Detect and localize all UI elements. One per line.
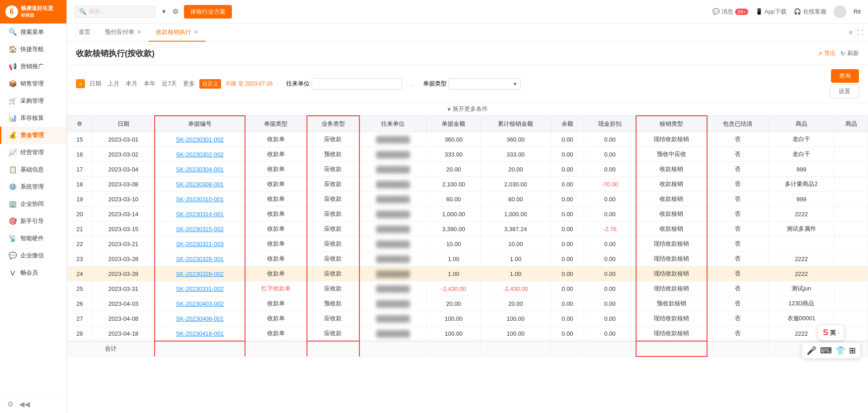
sidebar-item-quicknav[interactable]: 🏠 快捷导航	[0, 41, 66, 58]
cell-goods2	[835, 222, 868, 237]
tab-home[interactable]: 首页	[71, 24, 98, 42]
avatar[interactable]	[834, 5, 846, 18]
settings-bottom-icon[interactable]: ⚙	[7, 400, 14, 408]
cell-balance: 0.00	[551, 177, 584, 192]
date-custom-btn[interactable]: 自定义	[199, 79, 221, 89]
float-logo[interactable]: S 英 ·	[818, 325, 844, 341]
cell-bill-no[interactable]: SK-20230408-001	[155, 311, 245, 326]
date-btn-more[interactable]: 更多	[181, 79, 197, 89]
cell-bill-no[interactable]: SK-20230328-001	[155, 252, 245, 266]
cell-date: 2023-04-03	[92, 296, 155, 311]
query-btn[interactable]: 查询	[831, 69, 859, 83]
cell-bill-no[interactable]: SK-20230304-001	[155, 162, 245, 177]
cell-bill-no[interactable]: SK-20230301-002	[155, 132, 245, 147]
sidebar-item-basic[interactable]: 📋 基础信息	[0, 161, 66, 178]
sidebar-item-search[interactable]: 🔍 搜索菜单	[0, 24, 66, 41]
date-btn-last-month[interactable]: 上月	[106, 79, 121, 89]
cell-no: 23	[67, 252, 93, 266]
tab-close-all[interactable]: ✕	[848, 29, 854, 36]
date-btn-this-month[interactable]: 本月	[124, 79, 139, 89]
cell-no: 17	[67, 162, 93, 177]
settings-filter-btn[interactable]: 设置	[830, 85, 859, 98]
tab-prepay-close[interactable]: ✕	[137, 29, 142, 35]
refresh-btn[interactable]: ↻ 刷新	[840, 49, 859, 57]
cell-no: 21	[67, 222, 93, 237]
table-row[interactable]: 28 2023-04-18 SK-20230418-001 收款单 应收款 ██…	[67, 326, 868, 342]
table-row[interactable]: 23 2023-03-28 SK-20230328-001 收款单 应收款 ██…	[67, 252, 868, 266]
table-row[interactable]: 25 2023-03-31 SK-20230331-002 红字收款单 应收款 …	[67, 281, 868, 296]
export-btn[interactable]: ↗ 导出	[817, 49, 836, 57]
online-service-btn[interactable]: 🎧 在线客服	[794, 8, 826, 16]
cell-cash-discount: 0.00	[584, 326, 636, 342]
table-row[interactable]: 15 2023-03-01 SK-20230301-002 收款单 应收款 ██…	[67, 132, 868, 147]
sidebar-item-hardware[interactable]: 📡 智能硬件	[0, 230, 66, 247]
cell-goods2	[835, 147, 868, 162]
tab-expand[interactable]: ⛶	[857, 29, 863, 36]
sidebar-item-finance[interactable]: 💰 资金管理	[0, 127, 66, 144]
filter-expand-btn[interactable]: »	[76, 79, 85, 88]
date-btn-7days[interactable]: 近7天	[160, 79, 179, 89]
cell-bill-no[interactable]: SK-20230403-002	[155, 296, 245, 311]
table-row[interactable]: 16 2023-03-02 SK-20230302-002 收款单 预收款 ██…	[67, 147, 868, 162]
sidebar-item-member[interactable]: V 畅会员	[0, 264, 66, 281]
cell-bill-no[interactable]: SK-20230310-001	[155, 192, 245, 207]
cell-bill-no[interactable]: SK-20230321-003	[155, 237, 245, 252]
app-download-btn[interactable]: 📱 App下载	[755, 8, 787, 16]
cell-cash-discount: 0.00	[584, 311, 636, 326]
keyboard-icon[interactable]: ⌨	[820, 346, 832, 356]
sidebar-item-sales[interactable]: 📦 销售管理	[0, 75, 66, 92]
cell-balance: 0.00	[551, 192, 584, 207]
cell-unit: ████████	[359, 162, 427, 177]
table-row[interactable]: 18 2023-03-08 SK-20230308-001 收款单 应收款 ██…	[67, 177, 868, 192]
topbar-search[interactable]: 🔍 搜索...	[74, 5, 156, 18]
industry-btn[interactable]: 体验行业方案	[184, 5, 232, 19]
date-range: 不限 至 2023-07-26	[226, 80, 273, 88]
table-container[interactable]: ⚙ 日期 单据编号 单据类型 业务类型 往来单位 单据金额 累计核销金额 余额 …	[67, 115, 868, 413]
col-unit: 往来单位	[359, 116, 427, 132]
sidebar-item-weixin[interactable]: 💬 企业微信	[0, 247, 66, 264]
unit-input[interactable]	[311, 78, 402, 90]
bill-type-select[interactable]: ▾	[448, 78, 521, 90]
cell-bill-no[interactable]: SK-20230302-002	[155, 147, 245, 162]
cell-bill-no[interactable]: SK-20230315-002	[155, 222, 245, 237]
table-row[interactable]: 22 2023-03-21 SK-20230321-003 收款单 应收款 ██…	[67, 237, 868, 252]
collapse-icon[interactable]: ◀◀	[19, 400, 30, 408]
tab-receipt-close[interactable]: ✕	[194, 29, 198, 35]
col-include-settled: 包含已结清	[707, 116, 769, 132]
cell-goods: 老白干	[769, 147, 835, 162]
table-row[interactable]: 21 2023-03-15 SK-20230315-002 收款单 应收款 ██…	[67, 222, 868, 237]
sidebar-item-marketing[interactable]: 📢 营销推广	[0, 58, 66, 75]
cell-bill-no[interactable]: SK-20230314-001	[155, 207, 245, 222]
expand-conditions-row[interactable]: ▾ 展开更多条件	[67, 103, 868, 115]
message-btn[interactable]: 💬 消息 99+	[712, 8, 748, 16]
tab-receipt[interactable]: 收款核销执行 ✕	[149, 24, 206, 42]
sidebar-item-system[interactable]: ⚙️ 系统管理	[0, 178, 66, 195]
cell-bill-no[interactable]: SK-20230328-002	[155, 266, 245, 281]
table-row[interactable]: 27 2023-04-08 SK-20230408-001 收款单 应收款 ██…	[67, 311, 868, 326]
tab-prepay[interactable]: 预付应付单 ✕	[98, 24, 149, 42]
topbar-dropdown[interactable]: ▼	[161, 8, 167, 15]
tab-home-label: 首页	[79, 28, 90, 36]
mic-icon[interactable]: 🎤	[807, 346, 816, 356]
table-row[interactable]: 24 2023-03-28 SK-20230328-002 收款单 应收款 ██…	[67, 266, 868, 281]
tshirt-icon[interactable]: 👕	[835, 346, 845, 356]
table-row[interactable]: 26 2023-04-03 SK-20230403-002 收款单 预收款 ██…	[67, 296, 868, 311]
table-row[interactable]: 20 2023-03-14 SK-20230314-001 收款单 应收款 ██…	[67, 207, 868, 222]
cell-goods: 999	[769, 162, 835, 177]
cell-bill-type: 收款单	[245, 132, 307, 147]
sidebar-item-guide[interactable]: 🎯 新手引导	[0, 213, 66, 230]
table-row[interactable]: 19 2023-03-10 SK-20230310-001 收款单 应收款 ██…	[67, 192, 868, 207]
cell-bill-no[interactable]: SK-20230308-001	[155, 177, 245, 192]
cell-bill-no[interactable]: SK-20230418-001	[155, 326, 245, 342]
table-row[interactable]: 17 2023-03-04 SK-20230304-001 收款单 应收款 ██…	[67, 162, 868, 177]
sidebar-item-corp[interactable]: 🏢 企业协同	[0, 195, 66, 213]
sidebar-item-operations[interactable]: 📈 经营管理	[0, 144, 66, 161]
sidebar-item-inventory[interactable]: 📊 库存核算	[0, 109, 66, 127]
cell-bill-type: 收款单	[245, 207, 307, 222]
col-settings[interactable]: ⚙	[67, 116, 93, 132]
date-btn-this-year[interactable]: 本年	[142, 79, 157, 89]
sidebar-item-purchase[interactable]: 🛒 采购管理	[0, 92, 66, 109]
cell-bill-no[interactable]: SK-20230331-002	[155, 281, 245, 296]
topbar-gear-icon[interactable]: ⚙	[172, 7, 179, 16]
grid-icon[interactable]: ⊞	[849, 346, 856, 356]
